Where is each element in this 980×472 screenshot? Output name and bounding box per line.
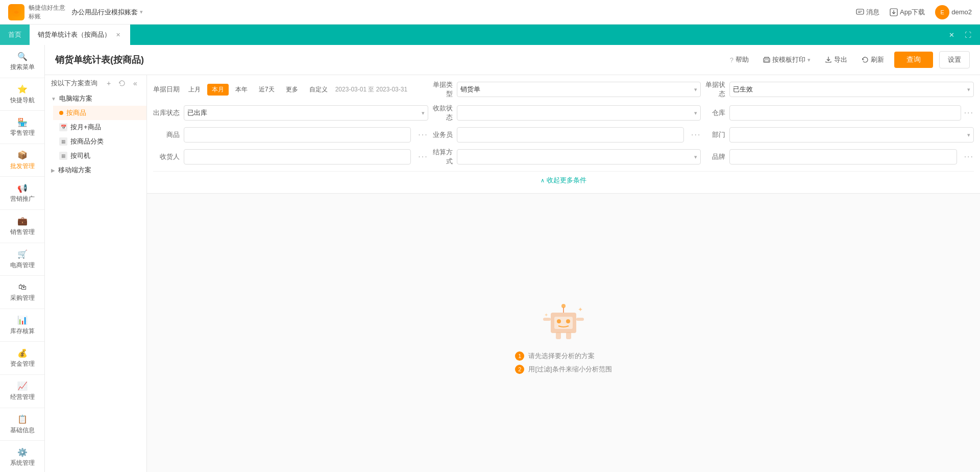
tab-bar: 首页 销货单统计表（按商品） ✕ ✕ ⛶ <box>0 25 980 45</box>
filter-row-2: 出库状态 已出库 ▾ 收款状态 ▾ <box>153 104 974 122</box>
filter-panel: 单据日期 上月 本月 本年 近7天 更多 自定义 2023-03-01 至 20… <box>147 75 980 194</box>
add-scheme-btn[interactable]: + <box>104 78 114 88</box>
app-download-btn[interactable]: App下载 <box>890 8 925 17</box>
receiver-dots-icon[interactable]: ··· <box>418 152 428 161</box>
settlement-arrow-icon: ▾ <box>694 154 697 160</box>
doc-type-arrow-icon: ▾ <box>694 86 697 93</box>
sidebar: 🔍 搜索菜单 ⭐ 快捷导航 🏪 零售管理 📦 批发管理 📢 营销推广 💼 销售管… <box>0 45 45 472</box>
doc-type-value: 销货单 ▾ <box>457 82 701 97</box>
sidebar-item-basic[interactable]: 📋 基础信息 <box>0 408 44 441</box>
warehouse-value: ··· <box>729 105 974 121</box>
sidebar-item-ecommerce[interactable]: 🛒 电商管理 <box>0 243 44 276</box>
avatar: E <box>935 5 949 19</box>
filter-row-1: 单据日期 上月 本月 本年 近7天 更多 自定义 2023-03-01 至 20… <box>153 80 974 99</box>
svg-point-7 <box>557 319 561 323</box>
doc-type-select[interactable]: 销货单 ▾ <box>457 82 701 97</box>
print-btn[interactable]: 按模板打印 ▾ <box>759 53 815 66</box>
user-area[interactable]: E demo2 <box>935 5 972 19</box>
salesperson-input[interactable] <box>457 127 684 143</box>
tree-node-by-category[interactable]: ▦ 按商品分类 <box>53 134 146 149</box>
tab-close-all-btn[interactable]: ✕ <box>945 29 958 41</box>
system-icon: ⚙️ <box>17 447 28 457</box>
sidebar-item-search[interactable]: 🔍 搜索菜单 <box>0 45 44 78</box>
warehouse-input[interactable] <box>729 105 961 121</box>
refresh-btn[interactable]: 刷新 <box>857 53 888 66</box>
stock-status-select[interactable]: 已出库 ▾ <box>184 105 428 121</box>
receiver-value: ··· <box>184 149 428 164</box>
payment-status-select[interactable]: ▾ <box>457 105 701 121</box>
product-dots-icon[interactable]: ··· <box>418 130 428 139</box>
tree-node-by-month-product[interactable]: 📅 按月+商品 <box>53 120 146 134</box>
marketing-icon: 📢 <box>17 183 28 193</box>
tree-node-mobile[interactable]: ▶ 移动端方案 <box>45 163 146 177</box>
page-header: 销货单统计表(按商品) ? 帮助 按模板打印 ▾ <box>45 45 980 75</box>
brand-dots-icon[interactable]: ··· <box>964 152 974 161</box>
quick-last-7[interactable]: 近7天 <box>254 84 279 96</box>
retail-icon: 🏪 <box>17 117 28 127</box>
receiver-input[interactable] <box>184 149 411 164</box>
sidebar-item-wholesale[interactable]: 📦 批发管理 <box>0 144 44 177</box>
empty-state: ✦ ✦ 1 请先选择要分析的方案 2 用[过滤]条件来缩小分析范围 <box>515 292 611 374</box>
tab-expand-btn[interactable]: ⛶ <box>962 29 974 41</box>
svg-rect-4 <box>765 60 769 62</box>
stock-status-value: 已出库 ▾ <box>184 105 428 121</box>
tree-node-by-product[interactable]: 按商品 <box>53 106 146 120</box>
sidebar-item-sales[interactable]: 💼 销售管理 <box>0 210 44 243</box>
sidebar-item-inventory[interactable]: 📊 库存核算 <box>0 309 44 342</box>
quick-last-month[interactable]: 上月 <box>184 84 205 96</box>
svg-rect-12 <box>576 318 584 321</box>
message-btn[interactable]: 消息 <box>856 8 879 17</box>
download-icon <box>890 8 898 16</box>
filter-row-3: 商品 ··· 业务员 ··· 部门 <box>153 127 974 143</box>
warehouse-dots-icon[interactable]: ··· <box>964 108 974 117</box>
date-range-text: 2023-03-01 至 2023-03-31 <box>335 85 407 94</box>
refresh-icon <box>862 56 869 63</box>
settings-button[interactable]: 设置 <box>939 51 970 68</box>
collapse-btn[interactable]: ∧ 收起更多条件 <box>153 171 974 189</box>
filter-row-4: 收货人 ··· 结算方式 ▾ 品牌 <box>153 148 974 166</box>
department-value: ▾ <box>729 127 974 143</box>
tree-node-desktop[interactable]: ▼ 电脑端方案 <box>45 91 146 106</box>
department-select[interactable]: ▾ <box>729 127 974 143</box>
tab-sales-stat[interactable]: 销货单统计表（按商品） ✕ <box>30 25 130 45</box>
export-btn[interactable]: 导出 <box>821 53 851 66</box>
sidebar-item-operation[interactable]: 📈 经营管理 <box>0 375 44 408</box>
receiver-label: 收货人 <box>153 152 184 161</box>
tab-close-icon[interactable]: ✕ <box>114 31 122 39</box>
product-input[interactable] <box>184 127 411 143</box>
tab-bar-actions: ✕ ⛶ <box>945 29 980 41</box>
salesperson-value: ··· <box>457 127 701 143</box>
brand-input[interactable] <box>729 149 957 164</box>
collapse-panel-btn[interactable]: « <box>130 78 140 88</box>
tree-node-by-sku[interactable]: ▦ 按司机 <box>53 149 146 163</box>
sidebar-item-purchase[interactable]: 🛍 采购管理 <box>0 276 44 309</box>
grid-icon: ▦ <box>59 137 67 146</box>
tab-home[interactable]: 首页 <box>0 25 30 45</box>
help-btn[interactable]: ? 帮助 <box>726 53 753 66</box>
sales-icon: 💼 <box>17 216 28 226</box>
doc-status-label: 单据状态 <box>701 80 729 99</box>
quick-this-month[interactable]: 本月 <box>207 84 229 96</box>
doc-status-select[interactable]: 已生效 ▾ <box>729 82 974 97</box>
sidebar-item-finance[interactable]: 💰 资金管理 <box>0 342 44 375</box>
empty-tip-2: 2 用[过滤]条件来缩小分析范围 <box>515 365 611 374</box>
sidebar-item-shortcut[interactable]: ⭐ 快捷导航 <box>0 78 44 111</box>
logo-text: 畅捷信好生意 标账 <box>29 4 65 21</box>
sidebar-item-retail[interactable]: 🏪 零售管理 <box>0 111 44 144</box>
salesperson-dots-icon[interactable]: ··· <box>691 130 701 139</box>
doc-status-value: 已生效 ▾ <box>729 82 974 97</box>
quick-this-year[interactable]: 本年 <box>231 84 252 96</box>
quick-custom[interactable]: 自定义 <box>305 84 332 96</box>
refresh-scheme-btn[interactable] <box>117 78 127 88</box>
sidebar-item-marketing[interactable]: 📢 营销推广 <box>0 177 44 210</box>
left-panel-header: 按以下方案查询 + « <box>45 75 146 91</box>
quick-more[interactable]: 更多 <box>281 84 303 96</box>
settlement-select[interactable]: ▾ <box>457 149 701 164</box>
app-selector[interactable]: 办公用品行业模拟账套 ▾ <box>71 8 143 17</box>
query-button[interactable]: 查询 <box>894 52 933 68</box>
sidebar-item-system[interactable]: ⚙️ 系统管理 <box>0 441 44 472</box>
body-empty-state: ✦ ✦ 1 请先选择要分析的方案 2 用[过滤]条件来缩小分析范围 <box>147 194 980 472</box>
logo-icon <box>8 4 24 20</box>
date-label: 单据日期 <box>153 85 184 94</box>
content-area: 销货单统计表(按商品) ? 帮助 按模板打印 ▾ <box>45 45 980 472</box>
